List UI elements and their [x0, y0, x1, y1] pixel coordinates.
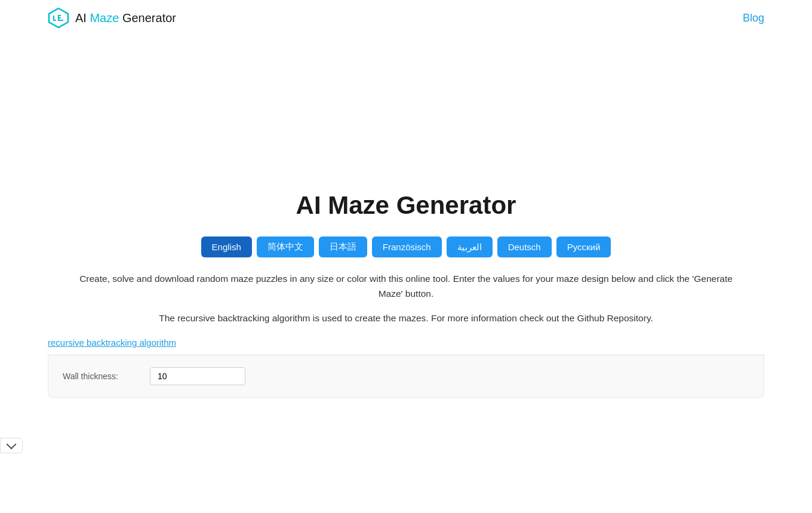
lang-btn-german[interactable]: Deutsch: [497, 236, 552, 257]
language-selector: English 简体中文 日本語 Französisch العربية Deu…: [201, 236, 611, 257]
logo-text-maze: Maze: [87, 11, 119, 24]
main-description-sub: The recursive backtracking algorithm is …: [135, 311, 677, 326]
lang-btn-chinese[interactable]: 简体中文: [257, 236, 314, 257]
page-title: AI Maze Generator: [296, 191, 516, 220]
logo-icon: [48, 7, 69, 29]
settings-panel: Wall thickness:: [48, 355, 764, 398]
lang-btn-french[interactable]: Französisch: [372, 236, 442, 257]
blog-link[interactable]: Blog: [743, 12, 764, 24]
main-nav: Blog: [743, 12, 764, 24]
lang-btn-arabic[interactable]: العربية: [447, 236, 493, 257]
main-description: Create, solve and download random maze p…: [48, 272, 764, 302]
wall-thickness-input[interactable]: [150, 367, 245, 385]
wall-thickness-label: Wall thickness:: [63, 371, 140, 381]
lang-btn-japanese[interactable]: 日本語: [319, 236, 367, 257]
logo-text-generator: Generator: [119, 11, 176, 24]
chevron-down-icon: [7, 440, 17, 450]
logo[interactable]: AI Maze Generator: [48, 7, 176, 29]
dropdown-toggle-button[interactable]: [0, 438, 23, 453]
wall-thickness-row: Wall thickness:: [63, 367, 749, 385]
algo-link[interactable]: recursive backtracking algorithm: [0, 337, 812, 348]
lang-btn-english[interactable]: English: [201, 236, 252, 257]
lang-btn-russian[interactable]: Русский: [556, 236, 611, 257]
logo-text-ai: AI: [75, 11, 87, 24]
